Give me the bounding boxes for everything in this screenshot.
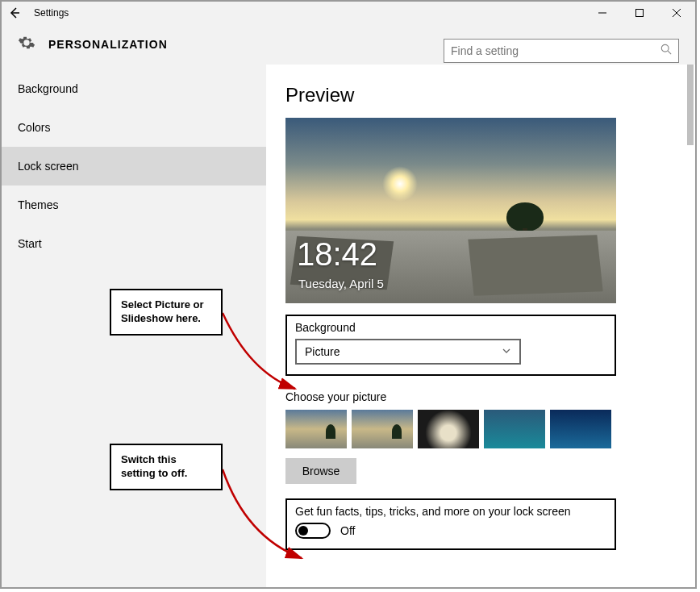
sidebar-item-label: Colors (18, 121, 50, 134)
sidebar-item-lock-screen[interactable]: Lock screen (2, 147, 266, 186)
back-arrow-icon (8, 6, 21, 19)
svg-point-1 (661, 44, 669, 52)
minimize-button[interactable] (584, 2, 621, 24)
sidebar-item-colors[interactable]: Colors (2, 108, 266, 147)
preview-heading: Preview (285, 84, 676, 106)
close-button[interactable] (658, 2, 695, 24)
browse-button[interactable]: Browse (285, 458, 356, 484)
picture-thumbnails (285, 410, 676, 448)
lock-screen-preview: 18:42 Tuesday, April 5 (285, 118, 616, 303)
sidebar-item-label: Lock screen (18, 160, 78, 173)
back-button[interactable] (2, 2, 27, 24)
minimize-icon (598, 9, 606, 17)
funfacts-label: Get fun facts, tips, tricks, and more on… (295, 505, 606, 518)
funfacts-toggle[interactable] (295, 523, 331, 539)
picture-thumb[interactable] (285, 410, 347, 448)
sidebar-item-themes[interactable]: Themes (2, 186, 266, 224)
sidebar-item-label: Start (18, 237, 42, 250)
dropdown-value: Picture (305, 345, 340, 358)
annotation-callout-1: Select Picture or Slideshow here. (110, 289, 223, 336)
search-input[interactable] (451, 44, 660, 57)
choose-picture-label: Choose your picture (285, 390, 676, 403)
window-title: Settings (34, 7, 69, 19)
maximize-button[interactable] (621, 2, 658, 24)
svg-rect-0 (636, 10, 644, 17)
settings-window: Settings PERSONALIZATION Background Colo… (0, 0, 697, 589)
preview-sun (382, 166, 418, 202)
close-icon (673, 9, 681, 17)
preview-date: Tuesday, April 5 (298, 277, 384, 290)
sidebar-item-label: Background (18, 82, 78, 95)
sidebar-item-label: Themes (18, 198, 59, 211)
chevron-down-icon (502, 345, 511, 358)
content-pane: Preview 18:42 Tuesday, April 5 Backgroun… (266, 65, 695, 587)
picture-thumb[interactable] (352, 410, 413, 448)
search-box[interactable] (444, 39, 679, 63)
background-section: Background Picture (285, 315, 616, 376)
window-controls (584, 2, 695, 24)
background-dropdown[interactable]: Picture (295, 339, 521, 365)
maximize-icon (635, 9, 644, 17)
preview-clock: 18:42 (297, 236, 377, 273)
toggle-state-label: Off (340, 524, 355, 537)
gear-icon (18, 34, 35, 55)
background-label: Background (295, 321, 606, 334)
category-title: PERSONALIZATION (48, 38, 168, 51)
picture-thumb[interactable] (484, 410, 545, 448)
picture-thumb[interactable] (550, 410, 611, 448)
scrollbar[interactable] (687, 65, 694, 145)
picture-thumb[interactable] (418, 410, 479, 448)
funfacts-section: Get fun facts, tips, tricks, and more on… (285, 498, 616, 550)
annotation-callout-2: Switch this setting to off. (110, 444, 223, 490)
sidebar-item-background[interactable]: Background (2, 69, 266, 108)
search-icon (660, 44, 672, 58)
sidebar-item-start[interactable]: Start (2, 224, 266, 263)
titlebar: Settings (2, 2, 695, 24)
